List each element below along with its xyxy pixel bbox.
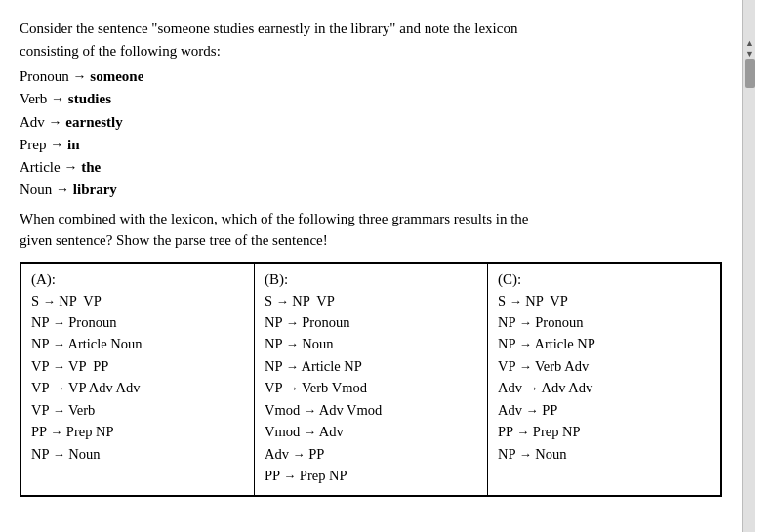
list-item: Prep → in xyxy=(20,134,722,156)
scrollbar-arrows: ▲ ▼ xyxy=(745,39,754,59)
list-item: Adv → earnestly xyxy=(20,111,722,134)
grammar-rule: VP → VP Adv Adv xyxy=(31,377,244,398)
list-item: Pronoun → someone xyxy=(20,65,722,88)
grammar-rule: NP → Pronoun xyxy=(498,311,711,333)
grammar-rule: PP → Prep NP xyxy=(265,465,477,486)
grammar-col-a: (A): S → NP VP NP → Pronoun NP → Article… xyxy=(21,264,255,495)
grammar-rule: Vmod → Adv xyxy=(265,421,477,442)
lexicon-list: Pronoun → someone Verb → studies Adv → e… xyxy=(20,65,722,202)
grammar-rule: S → NP VP xyxy=(498,290,711,311)
question-line2: given sentence? Show the parse tree of t… xyxy=(20,232,328,248)
scrollbar-thumb[interactable] xyxy=(745,59,755,88)
intro-line2: consisting of the following words: xyxy=(20,43,221,59)
grammar-rule: VP → VP PP xyxy=(31,355,244,377)
grammar-rule: Adv → PP xyxy=(498,399,711,421)
grammar-rule: VP → Verb Adv xyxy=(498,355,711,377)
scroll-up-arrow[interactable]: ▲ xyxy=(745,39,754,48)
grammars-table: (A): S → NP VP NP → Pronoun NP → Article… xyxy=(20,262,722,497)
grammar-rule: NP → Pronoun xyxy=(265,311,477,333)
scrollbar[interactable]: ▲ ▼ xyxy=(742,0,755,532)
list-item: Verb → studies xyxy=(20,88,722,110)
grammar-rule: NP → Pronoun xyxy=(31,311,244,333)
list-item: Noun → library xyxy=(20,179,722,201)
grammar-b-label: (B): xyxy=(265,271,477,288)
grammar-rule: PP → Prep NP xyxy=(31,421,244,442)
grammar-rule: Vmod → Adv Vmod xyxy=(265,399,477,421)
grammar-col-b: (B): S → NP VP NP → Pronoun NP → Noun NP… xyxy=(255,264,488,495)
grammar-rule: NP → Article NP xyxy=(265,355,477,377)
question-text: When combined with the lexicon, which of… xyxy=(20,208,722,252)
intro-line1: Consider the sentence "someone studies e… xyxy=(20,20,517,36)
scroll-down-arrow[interactable]: ▼ xyxy=(745,50,754,59)
grammar-rule: NP → Article Noun xyxy=(31,333,244,354)
main-content: Consider the sentence "someone studies e… xyxy=(0,0,742,532)
grammar-rule: VP → Verb xyxy=(31,399,244,421)
grammar-rule: NP → Article NP xyxy=(498,333,711,354)
list-item: Article → the xyxy=(20,156,722,179)
grammar-rule: Adv → Adv Adv xyxy=(498,377,711,398)
question-line1: When combined with the lexicon, which of… xyxy=(20,211,529,226)
grammar-c-label: (C): xyxy=(498,271,711,288)
grammar-rule: Adv → PP xyxy=(265,443,477,465)
grammar-rule: S → NP VP xyxy=(265,290,477,311)
grammar-a-label: (A): xyxy=(31,271,244,288)
grammar-rule: NP → Noun xyxy=(31,443,244,465)
page-container: Consider the sentence "someone studies e… xyxy=(0,0,775,532)
grammar-rule: S → NP VP xyxy=(31,290,244,311)
grammar-rule: PP → Prep NP xyxy=(498,421,711,442)
grammar-rule: NP → Noun xyxy=(498,443,711,465)
grammar-rule: VP → Verb Vmod xyxy=(265,377,477,398)
grammar-col-c: (C): S → NP VP NP → Pronoun NP → Article… xyxy=(488,264,720,495)
grammar-rule: NP → Noun xyxy=(265,333,477,354)
intro-paragraph: Consider the sentence "someone studies e… xyxy=(20,18,722,61)
